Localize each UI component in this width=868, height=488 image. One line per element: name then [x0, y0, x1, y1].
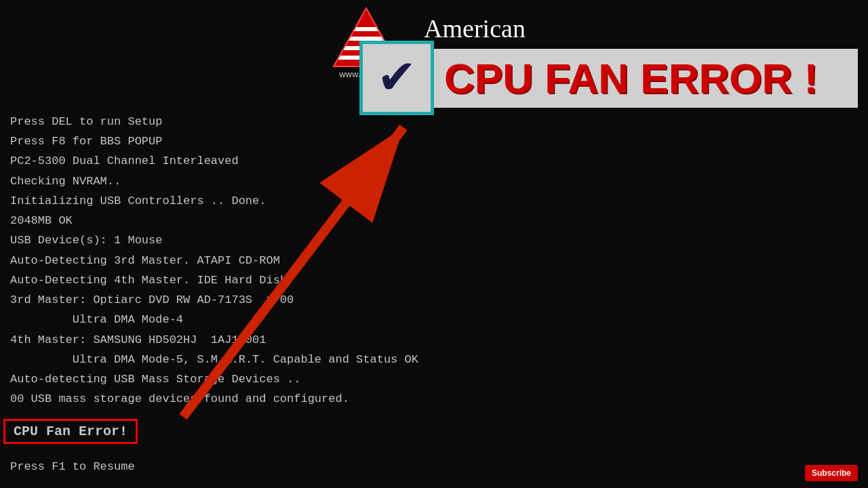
- ami-american-text: American: [414, 14, 535, 43]
- error-overlay: ✔ CPU FAN ERROR !: [359, 41, 858, 115]
- checkbox-icon: ✔: [359, 41, 434, 115]
- svg-rect-2: [332, 27, 400, 31]
- cpu-fan-error-box: CPU Fan Error!: [3, 419, 138, 444]
- error-title: CPU FAN ERROR !: [444, 55, 818, 102]
- checkmark-icon: ✔: [380, 51, 413, 105]
- press-f1-text: Press F1 to Resume: [10, 460, 135, 473]
- bios-screen: www.ami.com American Megatrends Press DE…: [0, 0, 868, 488]
- error-label-banner: CPU FAN ERROR !: [434, 49, 858, 108]
- bios-text-content: Press DEL to run Setup Press F8 for BBS …: [10, 112, 418, 409]
- youtube-subscribe-button[interactable]: Subscribe: [805, 465, 858, 481]
- cpu-fan-error-label: CPU Fan Error!: [14, 424, 127, 439]
